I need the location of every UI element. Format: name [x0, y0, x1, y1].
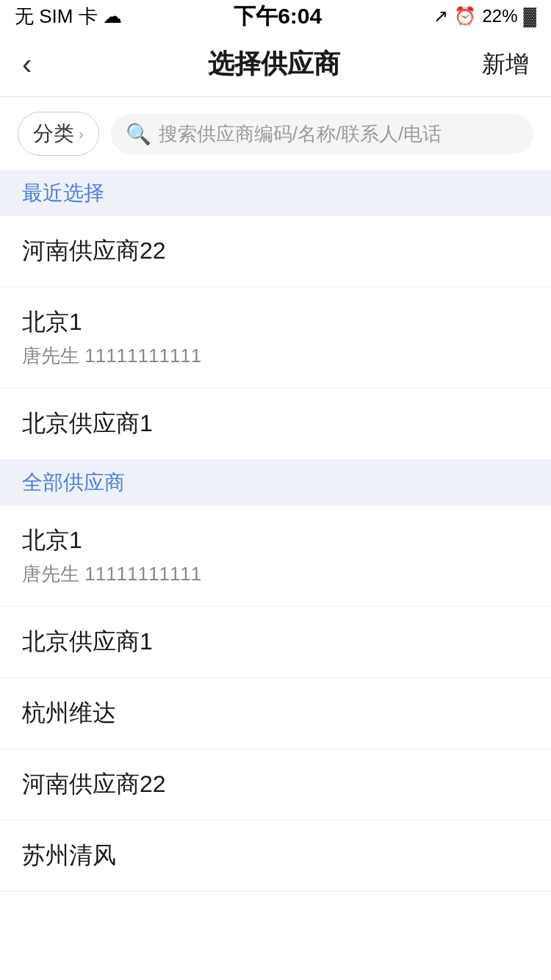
item-name: 北京1: [22, 525, 529, 557]
category-label: 分类: [33, 120, 74, 148]
item-name: 北京供应商1: [22, 626, 529, 658]
all-section-label: 全部供应商: [22, 471, 125, 494]
item-name: 北京供应商1: [22, 408, 529, 440]
location-icon: ↗: [433, 6, 448, 26]
search-icon: 🔍: [126, 122, 151, 146]
status-time: 下午6:04: [234, 1, 322, 32]
recent-section-label: 最近选择: [22, 181, 104, 204]
battery-level: 22%: [482, 6, 517, 26]
recent-section-header: 最近选择: [0, 170, 551, 216]
alarm-icon: ⏰: [454, 6, 476, 26]
all-list-item[interactable]: 北京供应商1: [0, 607, 551, 678]
battery-icon: ▓: [524, 6, 537, 26]
all-list-item[interactable]: 苏州清风: [0, 821, 551, 892]
all-list-item[interactable]: 河南供应商22: [0, 749, 551, 821]
search-placeholder: 搜索供应商编码/名称/联系人/电话: [159, 121, 442, 147]
nav-bar: ‹ 选择供应商 新增: [0, 32, 551, 97]
chevron-icon: ›: [79, 126, 84, 143]
all-list-item[interactable]: 北京1唐先生 11111111111: [0, 505, 551, 607]
back-button[interactable]: ‹: [22, 48, 66, 81]
item-name: 河南供应商22: [22, 768, 529, 801]
item-name: 杭州维达: [22, 697, 529, 729]
recent-list-item[interactable]: 北京1唐先生 11111111111: [0, 287, 551, 389]
all-list: 北京1唐先生 11111111111北京供应商1杭州维达河南供应商22苏州清风: [0, 505, 551, 892]
filter-bar: 分类 › 🔍 搜索供应商编码/名称/联系人/电话: [0, 97, 551, 170]
status-right: ↗ ⏰ 22% ▓: [433, 6, 536, 26]
status-bar: 无 SIM 卡 ☁ 下午6:04 ↗ ⏰ 22% ▓: [0, 0, 551, 32]
add-button[interactable]: 新增: [482, 48, 529, 81]
status-left: 无 SIM 卡 ☁: [15, 4, 122, 29]
recent-list: 河南供应商22北京1唐先生 11111111111北京供应商1: [0, 216, 551, 460]
page-title: 选择供应商: [208, 46, 340, 82]
item-name: 北京1: [22, 306, 529, 339]
recent-list-item[interactable]: 北京供应商1: [0, 389, 551, 460]
item-sub: 唐先生 11111111111: [22, 343, 529, 369]
sim-status: 无 SIM 卡 ☁: [15, 4, 122, 29]
all-list-item[interactable]: 杭州维达: [0, 678, 551, 749]
recent-list-item[interactable]: 河南供应商22: [0, 216, 551, 287]
item-name: 苏州清风: [22, 840, 529, 872]
item-name: 河南供应商22: [22, 235, 529, 267]
item-sub: 唐先生 11111111111: [22, 561, 529, 587]
all-section-header: 全部供应商: [0, 460, 551, 505]
category-filter[interactable]: 分类 ›: [18, 112, 99, 156]
search-box[interactable]: 🔍 搜索供应商编码/名称/联系人/电话: [111, 114, 533, 154]
